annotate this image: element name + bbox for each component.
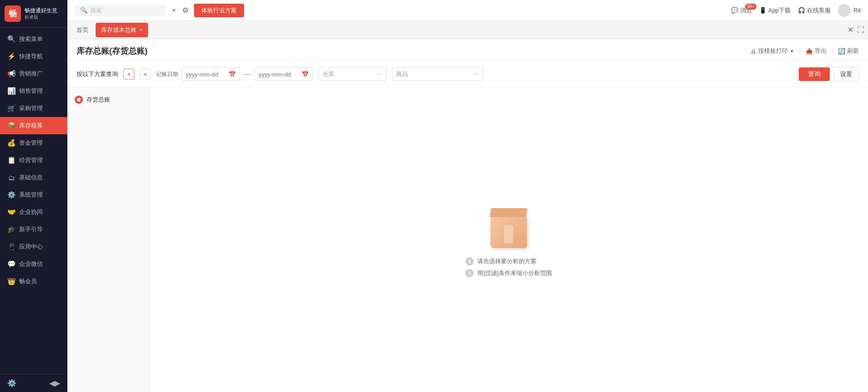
tab-inventory-label: 库存成本总账: [101, 26, 137, 34]
expand-panel-btn[interactable]: ⛶: [857, 26, 864, 34]
tabbar-right: ✕ ⛶: [848, 25, 864, 34]
date-from-field[interactable]: 📅: [182, 67, 240, 81]
gear-icon[interactable]: ⚙: [182, 6, 189, 15]
sidebar-bottom: ⚙️ ◀▶: [0, 374, 67, 392]
settings-bottom-icon[interactable]: ⚙️: [7, 379, 16, 387]
tip-text-1: 请先选择要分析的方案: [477, 257, 536, 265]
print-btn[interactable]: 🖨 按模板打印 ▼: [751, 47, 794, 55]
sidebar-item-sales[interactable]: 📊销售管理: [0, 82, 67, 100]
sidebar-label-finance: 资金管理: [19, 139, 43, 147]
goods-placeholder: 商品: [396, 70, 408, 78]
sidebar-item-basic[interactable]: 🗂基础信息: [0, 169, 67, 186]
brand-name: 畅捷通好生意: [25, 7, 57, 15]
sidebar-label-marketing: 营销推广: [19, 70, 43, 78]
sidebar-label-corpwechat: 企业微信: [19, 260, 43, 268]
content-body: 存货总账 1 请先选择要分析的方案: [67, 87, 868, 392]
scheme-item-icon: [75, 96, 83, 104]
warehouse-field[interactable]: 仓库 ···: [318, 67, 387, 81]
sidebar-item-system[interactable]: ⚙️系统管理: [0, 186, 67, 204]
scheme-sidebar: 存货总账: [67, 87, 149, 392]
goods-field[interactable]: 商品 ···: [392, 67, 483, 81]
sidebar-icon-enterprise: 🤝: [7, 208, 15, 216]
empty-tip-2: 2 用[过滤]条件来缩小分析范围: [465, 269, 551, 277]
tabbar: 首页 库存成本总账 × ✕ ⛶: [67, 21, 868, 39]
online-service-label: 在线客服: [807, 6, 831, 15]
sidebar-icon-finance: 💰: [7, 139, 15, 147]
sidebar-item-marketing[interactable]: 📢营销推广: [0, 65, 67, 82]
sidebar-icon-marketing: 📢: [7, 70, 15, 78]
user-avatar: [838, 4, 851, 17]
divider-1: [800, 47, 800, 55]
warehouse-more-icon[interactable]: ···: [377, 70, 383, 78]
refresh-btn[interactable]: 🔄 刷新: [838, 47, 859, 55]
box-top: [490, 208, 528, 217]
tip-text-2: 用[过滤]条件来缩小分析范围: [477, 269, 551, 277]
tab-close-icon[interactable]: ×: [139, 27, 143, 33]
sidebar-icon-search: 🔍: [7, 35, 15, 43]
content-main: 1 请先选择要分析的方案 2 用[过滤]条件来缩小分析范围: [149, 87, 868, 392]
sidebar-item-purchase[interactable]: 🛒采购管理: [0, 100, 67, 117]
sidebar-item-corpwechat[interactable]: 💬企业微信: [0, 255, 67, 273]
collapse-sidebar-icon[interactable]: ◀▶: [49, 379, 60, 387]
scheme-item-inventory[interactable]: 存货总账: [67, 92, 149, 107]
app-download-btn[interactable]: 📱 App下载: [759, 6, 791, 15]
page-title: 库存总账(存货总账): [77, 46, 148, 56]
sidebar: 畅 畅捷通好生意 标准版 🔍搜索菜单⚡快捷导航📢营销推广📊销售管理🛒采购管理📦库…: [0, 0, 67, 392]
sidebar-logo: 畅 畅捷通好生意 标准版: [0, 0, 67, 28]
sidebar-icon-vip: 👑: [7, 277, 15, 285]
user-profile[interactable]: Rit: [838, 4, 861, 17]
page-header: 库存总账(存货总账) 🖨 按模板打印 ▼ 📤 导出 🔄 刷新: [67, 39, 868, 61]
sidebar-item-quicknav[interactable]: ⚡快捷导航: [0, 48, 67, 65]
tab-home[interactable]: 首页: [71, 23, 94, 37]
sidebar-item-search[interactable]: 🔍搜索菜单: [0, 31, 67, 48]
sidebar-item-appcenter[interactable]: 📱应用中心: [0, 238, 67, 255]
online-service-btn[interactable]: 🎧 在线客服: [798, 6, 831, 15]
settings-btn[interactable]: 设置: [833, 67, 859, 81]
sidebar-label-quicknav: 快捷导航: [19, 52, 43, 61]
content-area: 库存总账(存货总账) 🖨 按模板打印 ▼ 📤 导出 🔄 刷新: [67, 39, 868, 392]
box-highlight: [504, 225, 513, 244]
date-field-label: 记账日期: [156, 71, 178, 78]
filter-actions: 查询 设置: [799, 67, 859, 81]
page-header-actions: 🖨 按模板打印 ▼ 📤 导出 🔄 刷新: [751, 47, 859, 55]
date-filter-group: 记账日期 📅 — 📅: [156, 67, 313, 81]
date-from-input[interactable]: [186, 71, 227, 78]
filter-collapse-btn[interactable]: «: [140, 69, 151, 80]
message-btn[interactable]: 💬 消息 99+: [731, 6, 752, 15]
search-box[interactable]: 🔍 搜索: [75, 5, 166, 16]
tab-inventory-ledger[interactable]: 库存成本总账 ×: [96, 23, 148, 37]
sidebar-item-vip[interactable]: 👑畅会员: [0, 273, 67, 290]
goods-more-icon[interactable]: ···: [473, 70, 479, 78]
industry-btn[interactable]: 体验行业方案: [194, 4, 244, 17]
refresh-icon: 🔄: [838, 48, 845, 55]
sidebar-item-inventory[interactable]: 📦库存核算: [0, 117, 67, 134]
filter-add-btn[interactable]: +: [123, 69, 134, 80]
date-to-field[interactable]: 📅: [255, 67, 313, 81]
svg-point-0: [77, 98, 81, 102]
sidebar-item-enterprise[interactable]: 🤝企业协同: [0, 204, 67, 221]
tab-home-label: 首页: [77, 26, 88, 34]
sidebar-label-sales: 销售管理: [19, 87, 43, 95]
message-icon: 💬: [731, 7, 738, 14]
empty-tip-1: 1 请先选择要分析的方案: [465, 257, 551, 265]
sidebar-item-finance[interactable]: 💰资金管理: [0, 134, 67, 152]
sidebar-item-operation[interactable]: 📋经营管理: [0, 152, 67, 169]
query-btn[interactable]: 查询: [799, 67, 830, 81]
date-to-input[interactable]: [259, 71, 300, 78]
close-panel-btn[interactable]: ✕: [848, 25, 853, 34]
empty-tips: 1 请先选择要分析的方案 2 用[过滤]条件来缩小分析范围: [465, 257, 551, 277]
sidebar-label-search: 搜索菜单: [19, 35, 43, 43]
filter-label: 按以下方案查询: [77, 70, 118, 78]
sidebar-label-system: 系统管理: [19, 191, 43, 199]
sidebar-icon-newbie: 🎓: [7, 225, 15, 234]
sidebar-label-enterprise: 企业协同: [19, 208, 43, 216]
calendar-from-icon[interactable]: 📅: [229, 71, 236, 78]
sidebar-item-newbie[interactable]: 🎓新手引导: [0, 221, 67, 238]
topbar-right: 💬 消息 99+ 📱 App下载 🎧 在线客服 Rit: [731, 4, 861, 17]
logo-icon: 畅: [5, 5, 21, 22]
export-btn[interactable]: 📤 导出: [806, 47, 827, 55]
dropdown-chevron-icon[interactable]: ▼: [171, 7, 177, 14]
sidebar-label-basic: 基础信息: [19, 173, 43, 182]
print-icon: 🖨: [751, 48, 756, 55]
calendar-to-icon[interactable]: 📅: [301, 71, 309, 78]
